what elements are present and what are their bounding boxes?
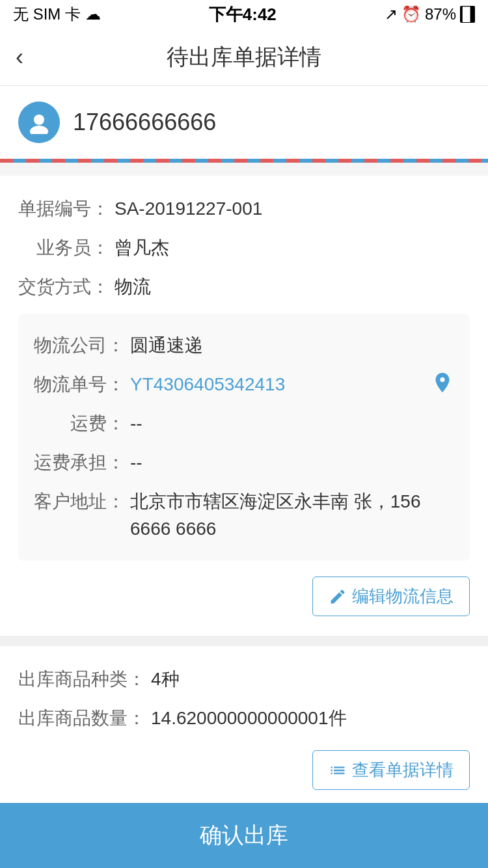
status-time: 下午4:42 bbox=[209, 3, 277, 26]
edit-icon bbox=[329, 588, 347, 606]
list-icon bbox=[329, 761, 347, 780]
sim-label: 无 SIM 卡 ☁ bbox=[13, 4, 101, 25]
confirm-bar[interactable]: 确认出库 bbox=[0, 803, 488, 868]
battery-icon: ▊ bbox=[460, 6, 475, 23]
avatar bbox=[18, 102, 60, 143]
order-no-label: 单据编号： bbox=[18, 195, 109, 223]
tracking-label: 物流单号： bbox=[34, 371, 125, 398]
goods-type-value: 4种 bbox=[151, 666, 470, 693]
confirm-label: 确认出库 bbox=[200, 821, 288, 850]
freight-bearer-row: 运费承担： -- bbox=[34, 449, 454, 476]
status-bar: 无 SIM 卡 ☁ 下午4:42 ↗ ⏰ 87% ▊ bbox=[0, 0, 488, 29]
edit-button-container: 编辑物流信息 bbox=[18, 576, 470, 616]
nav-bar: ‹ 待出库单据详情 bbox=[0, 29, 488, 86]
salesperson-value: 曾凡杰 bbox=[115, 234, 470, 262]
tracking-value: YT4306405342413 bbox=[130, 371, 424, 398]
svg-point-0 bbox=[34, 115, 44, 125]
edit-logistics-label: 编辑物流信息 bbox=[352, 585, 454, 608]
freight-label: 运费： bbox=[34, 410, 125, 437]
address-label: 客户地址： bbox=[34, 488, 125, 515]
location-pin-icon[interactable] bbox=[431, 371, 454, 394]
freight-bearer-value: -- bbox=[130, 449, 454, 476]
goods-section: 出库商品种类： 4种 出库商品数量： 14.620000000000001件 查… bbox=[0, 646, 488, 809]
dashed-divider bbox=[0, 159, 488, 163]
salesperson-label: 业务员： bbox=[18, 234, 109, 262]
alarm-icon: ⏰ bbox=[401, 5, 421, 23]
freight-bearer-label: 运费承担： bbox=[34, 449, 125, 476]
logistics-company-value: 圆通速递 bbox=[130, 332, 454, 359]
view-detail-button[interactable]: 查看单据详情 bbox=[312, 750, 470, 790]
salesperson-row: 业务员： 曾凡杰 bbox=[18, 234, 470, 262]
order-no-row: 单据编号： SA-20191227-001 bbox=[18, 195, 470, 223]
back-button[interactable]: ‹ bbox=[16, 44, 23, 71]
delivery-label: 交货方式： bbox=[18, 273, 109, 301]
view-detail-button-container: 查看单据详情 bbox=[18, 750, 470, 790]
freight-value: -- bbox=[130, 410, 454, 437]
delivery-row: 交货方式： 物流 bbox=[18, 273, 470, 301]
view-detail-label: 查看单据详情 bbox=[352, 759, 454, 781]
gray-divider bbox=[0, 636, 488, 646]
order-no-value: SA-20191227-001 bbox=[115, 195, 470, 223]
tracking-row: 物流单号： YT4306405342413 bbox=[34, 371, 454, 398]
address-row: 客户地址： 北京市市辖区海淀区永丰南 张，156 6666 6666 bbox=[34, 488, 454, 543]
status-left: 无 SIM 卡 ☁ bbox=[13, 4, 101, 25]
delivery-value: 物流 bbox=[115, 273, 470, 301]
goods-quantity-label: 出库商品数量： bbox=[18, 705, 146, 732]
customer-header: 17666666666 bbox=[0, 86, 488, 159]
goods-type-label: 出库商品种类： bbox=[18, 666, 146, 693]
page-title: 待出库单据详情 bbox=[167, 42, 321, 72]
logistics-company-row: 物流公司： 圆通速递 bbox=[34, 332, 454, 359]
location-status-icon: ↗ bbox=[385, 5, 398, 23]
goods-type-row: 出库商品种类： 4种 bbox=[18, 666, 470, 693]
customer-phone: 17666666666 bbox=[73, 109, 216, 136]
address-value: 北京市市辖区海淀区永丰南 张，156 6666 6666 bbox=[130, 488, 454, 543]
goods-quantity-row: 出库商品数量： 14.620000000000001件 bbox=[18, 705, 470, 732]
edit-logistics-button[interactable]: 编辑物流信息 bbox=[312, 576, 470, 616]
battery-label: 87% bbox=[425, 5, 456, 23]
goods-quantity-value: 14.620000000000001件 bbox=[151, 705, 470, 732]
freight-row: 运费： -- bbox=[34, 410, 454, 437]
order-info-section: 单据编号： SA-20191227-001 业务员： 曾凡杰 交货方式： 物流 … bbox=[0, 176, 488, 636]
logistics-company-label: 物流公司： bbox=[34, 332, 125, 359]
logistics-card: 物流公司： 圆通速递 物流单号： YT4306405342413 运费： -- … bbox=[18, 314, 470, 561]
person-icon bbox=[27, 111, 51, 134]
svg-point-1 bbox=[30, 126, 48, 134]
status-right: ↗ ⏰ 87% ▊ bbox=[385, 5, 475, 23]
